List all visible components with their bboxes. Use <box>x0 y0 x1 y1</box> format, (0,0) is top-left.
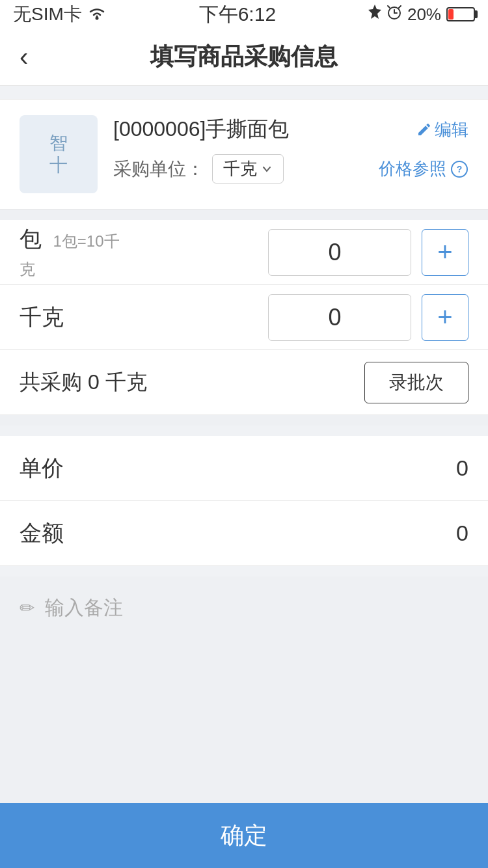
battery-icon <box>446 7 475 21</box>
battery-percent: 20% <box>407 5 441 25</box>
wifi-icon <box>87 4 107 25</box>
total-row: 共采购 0 千克 录批次 <box>0 350 488 415</box>
price-reference-button[interactable]: 价格参照 ? <box>379 157 468 180</box>
product-card: 智 十 [0000006]手撕面包 编辑 采购单位： 千克 价格参照 <box>0 99 488 210</box>
status-left: 无SIM卡 <box>13 2 107 27</box>
kg-plus-button[interactable]: + <box>422 294 468 341</box>
back-button[interactable]: ‹ <box>20 42 28 72</box>
product-thumbnail: 智 十 <box>20 115 98 193</box>
carrier-label: 无SIM卡 <box>13 2 82 27</box>
unit-label-text: 采购单位： <box>113 157 204 182</box>
confirm-button[interactable]: 确定 <box>0 803 488 868</box>
nav-bar: ‹ 填写商品采购信息 <box>0 29 488 86</box>
help-circle-icon: ? <box>450 160 468 178</box>
product-info: [0000006]手撕面包 编辑 采购单位： 千克 价格参照 ? <box>113 115 468 183</box>
page-title: 填写商品采购信息 <box>150 41 338 73</box>
bag-quantity-input[interactable] <box>268 229 411 276</box>
bag-plus-button[interactable]: + <box>422 229 468 276</box>
product-header: [0000006]手撕面包 编辑 <box>113 115 468 144</box>
price-section: 单价 0 金额 0 <box>0 436 488 566</box>
kg-input-wrapper: + <box>124 294 468 341</box>
total-label: 共采购 0 千克 <box>20 368 147 397</box>
svg-text:?: ? <box>457 164 463 174</box>
location-icon <box>368 5 381 25</box>
kg-quantity-input[interactable] <box>268 294 411 341</box>
unit-price-label: 单价 <box>20 454 64 483</box>
bag-input-row: 包 1包=10千克 + <box>0 220 488 285</box>
status-time: 下午6:12 <box>199 1 276 28</box>
product-unit-row: 采购单位： 千克 价格参照 ? <box>113 154 468 183</box>
unit-select[interactable]: 千克 <box>212 154 284 183</box>
section-divider-1 <box>0 210 488 220</box>
chevron-down-icon <box>261 163 273 175</box>
unit-price-value: 0 <box>456 455 468 481</box>
notes-section[interactable]: ✏ 输入备注 <box>0 576 488 640</box>
unit-price-row: 单价 0 <box>0 436 488 501</box>
product-logo: 智 十 <box>49 132 68 176</box>
amount-label: 金额 <box>20 519 64 549</box>
product-name: [0000006]手撕面包 <box>113 115 289 144</box>
bag-label: 包 1包=10千克 <box>20 224 124 280</box>
bag-input-wrapper: + <box>124 229 468 276</box>
status-bar: 无SIM卡 下午6:12 20% <box>0 0 488 29</box>
section-divider-2 <box>0 415 488 426</box>
svg-point-0 <box>95 17 98 20</box>
amount-value: 0 <box>456 521 468 546</box>
quantity-input-section: 包 1包=10千克 + 千克 + 共采购 0 千克 录批次 <box>0 220 488 415</box>
alarm-icon <box>386 5 402 25</box>
edit-button[interactable]: 编辑 <box>416 118 468 141</box>
pencil-icon: ✏ <box>20 597 34 619</box>
kg-label: 千克 <box>20 303 124 332</box>
kg-input-row: 千克 + <box>0 285 488 350</box>
edit-icon <box>416 122 432 137</box>
record-batch-button[interactable]: 录批次 <box>364 362 468 403</box>
notes-placeholder: 输入备注 <box>45 595 123 621</box>
status-right: 20% <box>368 5 475 25</box>
amount-row: 金额 0 <box>0 501 488 566</box>
